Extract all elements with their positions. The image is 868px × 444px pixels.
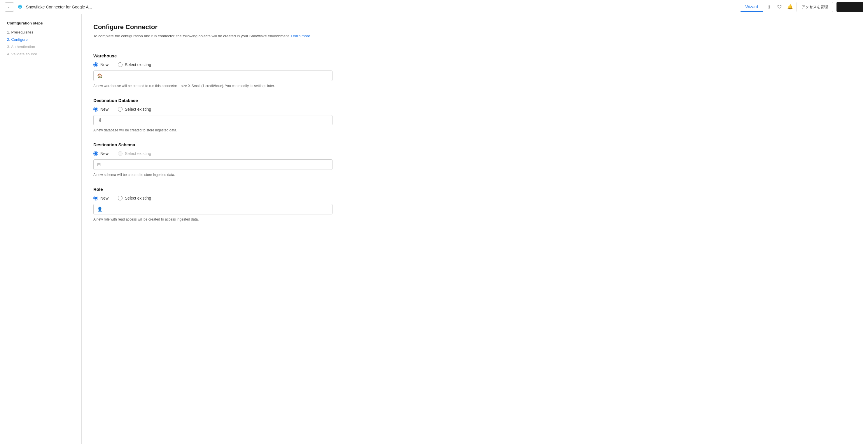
schema-helper-text: A new schema will be created to store in… [93,172,333,177]
destination-database-radio-group: New Select existing [93,107,333,111]
step-number: 4. [7,52,10,56]
schema-existing-option[interactable]: Select existing [118,151,151,156]
database-input-wrapper: 🗄 [93,115,333,125]
schema-input-wrapper: ⊟ [93,159,333,170]
page-description: To complete the configuration and run co… [93,33,333,39]
shield-icon[interactable]: 🛡 [777,4,782,10]
warehouse-section: Warehouse New Select existing 🏠 A new wa… [93,53,333,89]
role-input-wrapper: 👤 [93,204,333,214]
warehouse-new-option[interactable]: New [93,62,108,67]
nav-tabs: Wizard [741,2,763,12]
warehouse-input[interactable] [105,73,329,78]
role-new-radio[interactable] [93,196,98,200]
role-existing-label: Select existing [125,196,151,200]
warehouse-existing-radio[interactable] [118,62,123,67]
bell-icon[interactable]: 🔔 [787,4,793,10]
schema-new-radio[interactable] [93,151,98,156]
config-steps-title: Configuration steps [7,21,74,25]
destination-database-section-title: Destination Database [93,98,333,103]
database-new-label: New [100,107,108,111]
step-list: 1. Prerequisites 2. Configure 3. Authent… [7,30,74,56]
step-label: Configure [11,37,27,42]
access-button[interactable]: アクセスを管理 [797,2,833,12]
schema-new-option[interactable]: New [93,151,108,156]
sidebar-item-prerequisites[interactable]: 1. Prerequisites [7,30,74,34]
role-new-label: New [100,196,108,200]
step-number: 2. [7,37,10,42]
warehouse-existing-option[interactable]: Select existing [118,62,151,67]
destination-schema-radio-group: New Select existing [93,151,333,156]
warehouse-existing-label: Select existing [125,62,151,67]
tab-wizard[interactable]: Wizard [741,2,763,12]
schema-existing-radio[interactable] [118,151,123,156]
warehouse-section-title: Warehouse [93,53,333,58]
sidebar-item-validate-source[interactable]: 4. Validate source [7,52,74,56]
back-button[interactable]: ← [5,2,14,12]
nav-icons: ℹ 🛡 🔔 [766,4,793,10]
info-icon[interactable]: ℹ [766,4,772,10]
role-existing-option[interactable]: Select existing [118,196,151,200]
schema-input[interactable] [103,162,329,167]
step-label: Validate source [11,52,37,56]
database-existing-option[interactable]: Select existing [118,107,151,111]
learn-more-link[interactable]: Learn more [291,34,310,38]
database-input-icon: 🗄 [97,118,101,123]
content-area: Configure Connector To complete the conf… [82,14,344,444]
role-new-option[interactable]: New [93,196,108,200]
warehouse-new-label: New [100,62,108,67]
warehouse-helper-text: A new warehouse will be created to run t… [93,83,333,89]
role-helper-text: A new role with read access will be crea… [93,217,333,222]
topnav: ← ❄ Snowflake Connector for Google A... … [0,0,868,14]
role-section-title: Role [93,187,333,192]
back-icon: ← [7,5,11,9]
warehouse-new-radio[interactable] [93,62,98,67]
main-layout: Configuration steps 1. Prerequisites 2. … [0,14,868,444]
warehouse-input-wrapper: 🏠 [93,70,333,81]
step-label: Prerequisites [11,30,33,34]
step-number: 1. [7,30,10,34]
database-input[interactable] [104,118,329,123]
role-input[interactable] [105,207,329,211]
app-title: Snowflake Connector for Google A... [26,5,737,9]
page-title: Configure Connector [93,23,333,31]
database-helper-text: A new database will be created to store … [93,128,333,133]
role-radio-group: New Select existing [93,196,333,200]
role-input-icon: 👤 [97,207,103,212]
warehouse-radio-group: New Select existing [93,62,333,67]
warehouse-input-icon: 🏠 [97,73,103,78]
database-new-radio[interactable] [93,107,98,111]
sidebar: Configuration steps 1. Prerequisites 2. … [0,14,82,444]
schema-input-icon: ⊟ [97,162,101,167]
destination-schema-section: Destination Schema New Select existing ⊟… [93,142,333,177]
sidebar-item-configure[interactable]: 2. Configure [7,37,74,42]
role-section: Role New Select existing 👤 A new role wi… [93,187,333,222]
database-new-option[interactable]: New [93,107,108,111]
section-divider [93,46,333,46]
primary-action-button[interactable] [837,2,863,12]
destination-database-section: Destination Database New Select existing… [93,98,333,133]
sidebar-item-authentication[interactable]: 3. Authentication [7,44,74,49]
database-existing-label: Select existing [125,107,151,111]
step-label: Authentication [11,44,35,49]
step-number: 3. [7,44,10,49]
schema-existing-label: Select existing [125,151,151,156]
app-logo: ❄ [18,3,23,10]
database-existing-radio[interactable] [118,107,123,111]
destination-schema-section-title: Destination Schema [93,142,333,147]
role-existing-radio[interactable] [118,196,123,200]
schema-new-label: New [100,151,108,156]
